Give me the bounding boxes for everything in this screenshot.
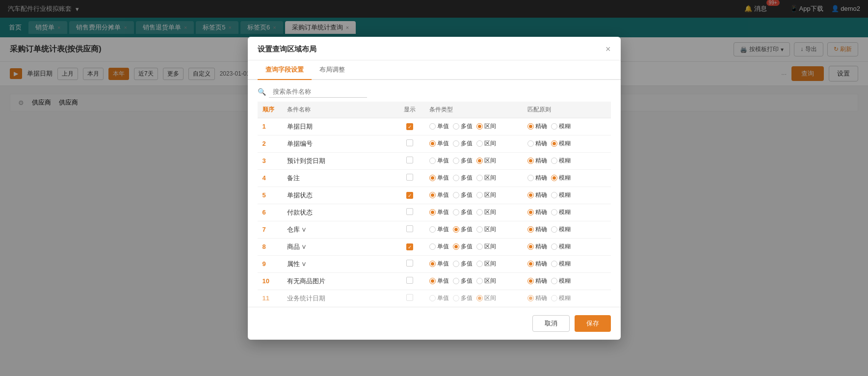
dialog-search: 🔍	[248, 80, 621, 102]
dialog-tab-layout[interactable]: 布局调整	[312, 60, 353, 80]
dialog-header: 设置查询区域布局 ×	[248, 37, 621, 60]
table-row: 1	[258, 118, 282, 119]
table-row: 精确模糊	[523, 118, 611, 119]
col-header-order: 顺序	[258, 102, 282, 118]
table-row: 单值多值区间	[424, 118, 523, 119]
table-row[interactable]	[395, 118, 424, 119]
col-header-show: 显示	[395, 102, 424, 118]
modal-overlay: 设置查询区域布局 × 查询字段设置 布局调整 🔍 顺序 条件名称 显示 条件类型	[0, 0, 868, 119]
dialog-title: 设置查询区域布局	[258, 45, 316, 54]
col-header-name: 条件名称	[282, 102, 395, 118]
col-header-type: 条件类型	[424, 102, 523, 118]
search-icon: 🔍	[258, 88, 266, 96]
dialog-tabs: 查询字段设置 布局调整	[248, 60, 621, 80]
dialog-close-button[interactable]: ×	[605, 45, 611, 54]
col-header-match: 匹配原则	[523, 102, 611, 118]
dialog-table: 顺序 条件名称 显示 条件类型 匹配原则 1单据日期单值多值区间精确模糊2单据编…	[258, 102, 611, 120]
dialog-tab-query-fields[interactable]: 查询字段设置	[258, 60, 312, 80]
dialog: 设置查询区域布局 × 查询字段设置 布局调整 🔍 顺序 条件名称 显示 条件类型	[248, 37, 621, 120]
search-input[interactable]	[269, 86, 367, 98]
table-row: 单据日期	[282, 118, 395, 119]
